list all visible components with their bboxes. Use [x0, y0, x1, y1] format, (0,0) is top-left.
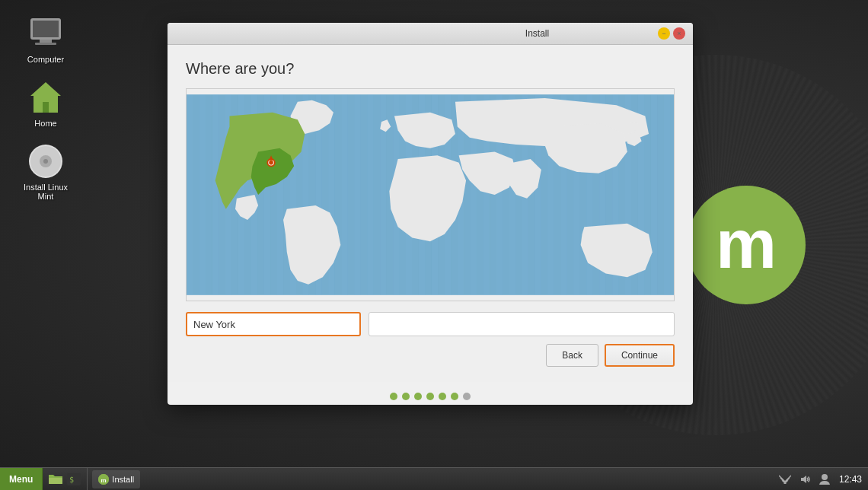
timezone-input[interactable] — [186, 312, 361, 336]
network-status-icon[interactable] — [777, 471, 793, 488]
progress-dot-1 — [390, 393, 397, 400]
desktop-icon-home[interactable]: Home — [15, 79, 76, 128]
install-icon-label: Install Linux Mint — [15, 183, 76, 201]
folder-icon — [49, 473, 62, 485]
continue-button[interactable]: Continue — [605, 344, 675, 367]
install-icon-img — [27, 143, 64, 180]
svg-rect-1 — [33, 21, 59, 37]
user-status-icon[interactable] — [816, 471, 833, 488]
svg-rect-36 — [335, 94, 341, 295]
svg-point-9 — [43, 159, 48, 164]
computer-icon-label: Computer — [27, 55, 64, 64]
terminal-icon: $ — [67, 473, 81, 485]
minimize-button[interactable]: − — [658, 27, 670, 40]
window-titlebar: Install − × — [168, 23, 693, 45]
back-button[interactable]: Back — [546, 344, 598, 367]
svg-rect-13 — [187, 94, 193, 295]
svg-rect-88 — [670, 94, 674, 295]
svg-rect-38 — [348, 94, 354, 295]
svg-rect-86 — [657, 94, 663, 295]
taskbar-app-icon: m — [98, 474, 109, 485]
svg-rect-3 — [35, 43, 56, 45]
window-controls: − × — [658, 27, 685, 40]
window-heading: Where are you? — [186, 60, 675, 78]
taskbar: Menu $ m — [0, 467, 868, 490]
progress-dot-4 — [426, 393, 434, 400]
mint-logo-svg: m — [685, 184, 807, 306]
computer-icon-img — [27, 15, 64, 52]
desktop-icon-computer[interactable]: Computer — [15, 15, 76, 64]
svg-rect-16 — [206, 94, 212, 295]
close-button[interactable]: × — [673, 27, 685, 40]
taskbar-terminal-icon[interactable]: $ — [65, 471, 82, 488]
taskbar-install-app[interactable]: m Install — [92, 470, 140, 488]
svg-text:m: m — [101, 476, 107, 483]
taskbar-menu-button[interactable]: Menu — [0, 468, 43, 490]
home-icon-img — [27, 79, 64, 116]
progress-dots — [168, 382, 693, 405]
timezone-secondary-input[interactable] — [369, 312, 675, 336]
svg-rect-14 — [193, 94, 199, 295]
svg-rect-87 — [664, 94, 670, 295]
svg-rect-5 — [43, 102, 49, 113]
svg-text:$: $ — [69, 476, 74, 484]
progress-dot-3 — [414, 393, 422, 400]
input-row — [186, 312, 675, 336]
taskbar-right: 12:43 — [777, 471, 868, 488]
svg-rect-92 — [49, 478, 62, 484]
home-icon-label: Home — [34, 119, 56, 128]
progress-dot-5 — [439, 393, 446, 400]
svg-rect-15 — [199, 94, 206, 295]
user-icon — [819, 473, 831, 485]
button-row: Back Continue — [186, 344, 675, 367]
taskbar-filemanager-icon[interactable] — [47, 471, 64, 488]
install-taskbar-icon: m — [98, 474, 109, 485]
svg-rect-41 — [367, 94, 373, 295]
window-content: Where are you? — [168, 45, 693, 382]
desktop-icon-install[interactable]: Install Linux Mint — [15, 143, 76, 201]
svg-rect-40 — [361, 94, 367, 295]
sound-icon — [799, 473, 811, 485]
world-map[interactable] — [186, 88, 675, 301]
computer-svg — [27, 17, 64, 50]
progress-dot-6 — [451, 393, 458, 400]
desktop: Computer Home Install Linu — [0, 0, 868, 490]
map-svg[interactable] — [187, 89, 674, 301]
mint-big-logo: m — [685, 184, 807, 306]
sound-status-icon[interactable] — [796, 471, 813, 488]
disc-svg — [27, 143, 64, 180]
taskbar-tray — [777, 471, 833, 488]
progress-dot-7 — [463, 393, 471, 400]
svg-text:m: m — [716, 206, 777, 282]
taskbar-app-label: Install — [112, 475, 134, 484]
svg-rect-85 — [651, 94, 657, 295]
install-window: Install − × Where are you? — [168, 23, 693, 405]
network-icon — [779, 473, 791, 485]
taskbar-quick-launch: $ — [43, 468, 88, 490]
window-title: Install — [416, 28, 658, 39]
home-svg — [27, 79, 64, 116]
svg-rect-39 — [354, 94, 360, 295]
svg-point-97 — [822, 474, 828, 480]
svg-point-90 — [269, 161, 273, 165]
desktop-icons: Computer Home Install Linu — [15, 15, 76, 201]
svg-rect-37 — [341, 94, 347, 295]
svg-rect-17 — [212, 94, 219, 295]
svg-rect-2 — [40, 40, 52, 43]
svg-rect-42 — [374, 94, 380, 295]
progress-dot-2 — [402, 393, 410, 400]
taskbar-time: 12:43 — [839, 474, 862, 485]
